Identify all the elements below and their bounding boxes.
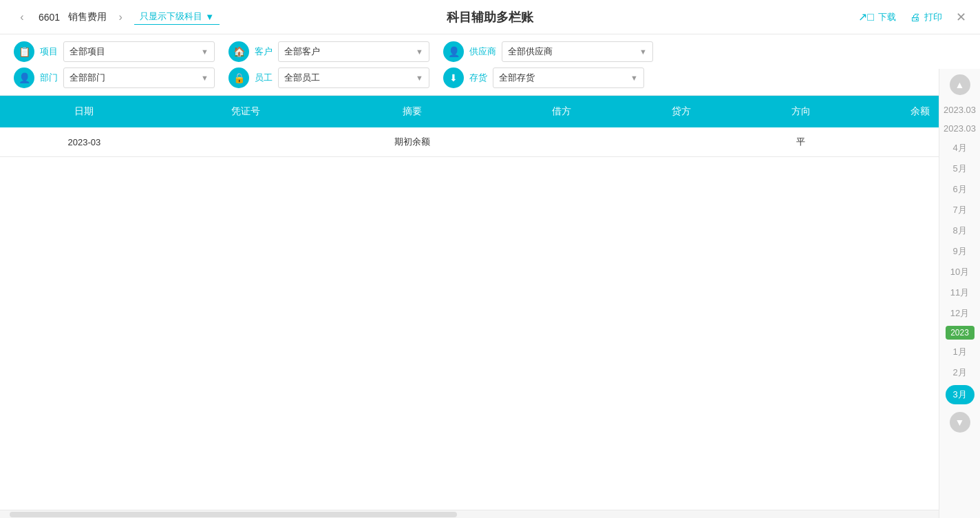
print-icon: 🖨 [910, 11, 920, 23]
col-credit: 贷方 [621, 96, 741, 127]
col-summary: 摘要 [323, 96, 502, 127]
filter-item-inventory: ⬇ 存货 全部存货 ▼ [443, 68, 644, 88]
sidebar-month-item[interactable]: 7月 [944, 200, 976, 220]
sidebar-month-item[interactable]: 6月 [944, 179, 976, 200]
sidebar-month-item[interactable]: 3月 [946, 385, 974, 404]
cell-summary: 期初余额 [323, 127, 502, 157]
supplier-icon: 👤 [443, 41, 464, 62]
cell-debit [502, 127, 622, 157]
cell-date: 2023-03 [0, 127, 169, 157]
filter-item-department: 👤 部门 全部部门 ▼ [14, 68, 215, 88]
sidebar-month-item[interactable]: 5月 [944, 158, 976, 179]
table-header-row: 日期 凭证号 摘要 借方 贷方 方向 余额 [0, 96, 980, 127]
col-direction: 方向 [741, 96, 861, 127]
sidebar-month-item[interactable]: 2023 [946, 326, 974, 340]
table-row: 2023-03期初余额平 [0, 127, 980, 157]
supplier-label: 供应商 [469, 45, 496, 58]
project-select[interactable]: 全部项目 ▼ [63, 41, 215, 62]
right-sidebar: ▲ 2023.032023.034月5月6月7月8月9月10月11月12月202… [939, 69, 980, 518]
chevron-down-icon: ▼ [416, 74, 423, 82]
sidebar-month-item[interactable]: 2月 [944, 362, 976, 383]
inventory-icon: ⬇ [443, 68, 464, 88]
prev-account-button[interactable]: ‹ [14, 9, 30, 25]
down-arrow-icon: ▼ [955, 417, 965, 428]
up-arrow-icon: ▲ [955, 79, 965, 90]
download-button[interactable]: ↗□ 下载 [858, 10, 896, 23]
title-bar-left: ‹ 6601 销售费用 › 只显示下级科目 ▼ [14, 9, 220, 25]
filter-item-employee: 🔒 员工 全部员工 ▼ [228, 68, 429, 88]
main-window: ‹ 6601 销售费用 › 只显示下级科目 ▼ 科目辅助多栏账 ↗□ 下载 🖨 … [0, 0, 980, 518]
filter-row-2: 👤 部门 全部部门 ▼ 🔒 员工 全部员工 ▼ [14, 68, 966, 88]
customer-select[interactable]: 全部客户 ▼ [278, 41, 429, 62]
download-icon: ↗□ [858, 10, 874, 23]
col-date: 日期 [0, 96, 169, 127]
show-sub-select[interactable]: 只显示下级科目 ▼ [134, 9, 220, 25]
sidebar-month-item[interactable]: 11月 [944, 282, 976, 303]
print-button[interactable]: 🖨 打印 [910, 11, 942, 23]
customer-label: 客户 [255, 45, 273, 58]
account-name: 销售费用 [68, 11, 107, 23]
table-container: 日期 凭证号 摘要 借方 贷方 方向 余额 2023-03期初余额平 [0, 96, 980, 510]
department-label: 部门 [40, 72, 58, 84]
scrollbar-track [10, 512, 457, 517]
bottom-scrollbar[interactable] [0, 510, 980, 518]
next-account-button[interactable]: › [112, 9, 129, 25]
project-icon: 📋 [14, 41, 34, 62]
col-voucher: 凭证号 [169, 96, 323, 127]
employee-icon: 🔒 [228, 68, 249, 88]
close-button[interactable]: ✕ [956, 10, 966, 25]
col-debit: 借方 [502, 96, 622, 127]
chevron-down-icon: ▼ [201, 48, 209, 56]
customer-icon: 🏠 [228, 41, 249, 62]
inventory-label: 存货 [469, 72, 487, 84]
sidebar-month-item[interactable]: 12月 [944, 303, 976, 324]
inventory-select[interactable]: 全部存货 ▼ [493, 68, 644, 88]
sidebar-month-item[interactable]: 8月 [944, 220, 976, 241]
sidebar-month-item[interactable]: 10月 [944, 262, 976, 282]
employee-select[interactable]: 全部员工 ▼ [278, 68, 429, 88]
chevron-down-icon: ▼ [201, 74, 209, 82]
filter-bar: 📋 项目 全部项目 ▼ 🏠 客户 全部客户 ▼ [0, 34, 980, 96]
sidebar-month-item[interactable]: 2023.03 [944, 101, 976, 119]
filter-item-customer: 🏠 客户 全部客户 ▼ [228, 41, 429, 62]
sidebar-month-item[interactable]: 9月 [944, 241, 976, 262]
supplier-select[interactable]: 全部供应商 ▼ [502, 41, 653, 62]
chevron-down-icon: ▼ [630, 74, 638, 82]
cell-direction: 平 [741, 127, 861, 157]
title-bar-right: ↗□ 下载 🖨 打印 ✕ [858, 10, 966, 25]
sidebar-down-button[interactable]: ▼ [950, 412, 970, 433]
chevron-down-icon: ▼ [639, 48, 647, 56]
filter-item-project: 📋 项目 全部项目 ▼ [14, 41, 215, 62]
sidebar-month-item[interactable]: 1月 [944, 342, 976, 362]
account-code: 6601 [36, 10, 63, 24]
filter-row-1: 📋 项目 全部项目 ▼ 🏠 客户 全部客户 ▼ [14, 41, 966, 62]
ledger-table: 日期 凭证号 摘要 借方 贷方 方向 余额 2023-03期初余额平 [0, 96, 980, 157]
sidebar-months: 2023.032023.034月5月6月7月8月9月10月11月12月20231… [944, 101, 976, 406]
title-bar: ‹ 6601 销售费用 › 只显示下级科目 ▼ 科目辅助多栏账 ↗□ 下载 🖨 … [0, 0, 980, 34]
page-title: 科目辅助多栏账 [447, 9, 533, 25]
project-label: 项目 [40, 45, 58, 58]
cell-credit [621, 127, 741, 157]
employee-label: 员工 [255, 72, 273, 84]
sidebar-month-item[interactable]: 4月 [944, 138, 976, 158]
department-select[interactable]: 全部部门 ▼ [63, 68, 215, 88]
cell-voucher [169, 127, 323, 157]
filter-item-supplier: 👤 供应商 全部供应商 ▼ [443, 41, 653, 62]
chevron-down-icon: ▼ [416, 48, 423, 56]
sidebar-up-button[interactable]: ▲ [950, 74, 970, 95]
sidebar-month-item[interactable]: 2023.03 [944, 119, 976, 138]
department-icon: 👤 [14, 68, 34, 88]
